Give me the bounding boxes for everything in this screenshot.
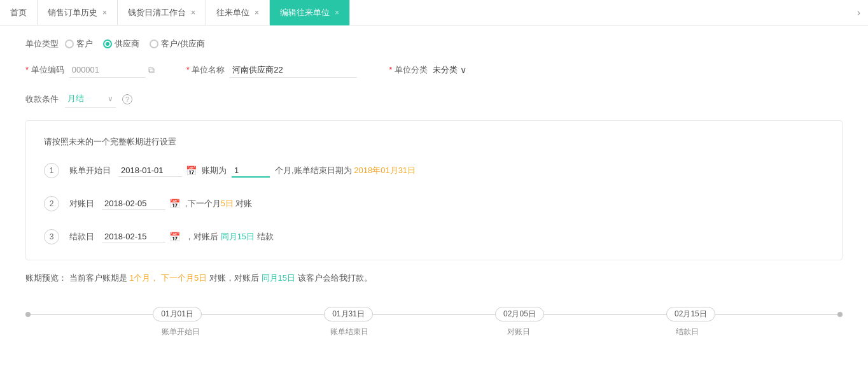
close-icon[interactable]: × xyxy=(102,8,107,17)
timeline-node-1-box: 01月01日 xyxy=(153,307,202,321)
timeline-container: 01月01日 01月31日 02月05日 02月15日 xyxy=(25,300,843,356)
timeline-node-1: 01月01日 xyxy=(153,307,202,321)
chevron-down-icon: ∨ xyxy=(108,94,113,103)
unit-name-input[interactable] xyxy=(230,62,357,78)
timeline-node-4-label: 结款日 xyxy=(676,327,699,337)
timeline: 01月01日 01月31日 02月05日 02月15日 xyxy=(25,307,843,321)
timeline-node-3: 02月05日 xyxy=(495,307,544,321)
radio-both[interactable]: 客户/供应商 xyxy=(150,38,205,50)
copy-icon[interactable]: ⧉ xyxy=(148,65,155,76)
radio-circle-supplier xyxy=(103,39,112,48)
timeline-label-1: 账单开始日 xyxy=(162,327,200,337)
preview-highlight-1: 1个月， xyxy=(129,273,158,283)
tab-cash-ledger[interactable]: 钱货日清工作台 × xyxy=(118,0,206,25)
unit-classify-label: 单位分类 xyxy=(389,64,428,76)
preview-label: 账期预览： xyxy=(25,273,67,283)
step-num-1: 1 xyxy=(44,163,59,178)
step-suffix-3: ，对账后 同月15日 结款 xyxy=(185,231,274,243)
preview-text: 账期预览： 当前客户账期是 1个月， 下一个月5日 对账，对账后 同月15日 该… xyxy=(25,271,843,285)
step-date-input-3[interactable] xyxy=(102,230,165,243)
close-icon[interactable]: × xyxy=(191,8,195,17)
radio-customer[interactable]: 客户 xyxy=(65,38,93,50)
payment-terms-select[interactable]: 月结 ∨ xyxy=(65,90,116,108)
calendar-icon[interactable]: 📅 xyxy=(186,165,197,176)
help-icon[interactable]: ? xyxy=(122,94,132,104)
calendar-icon[interactable]: 📅 xyxy=(169,232,180,242)
timeline-label-3: 对账日 xyxy=(500,327,538,337)
radio-label-supplier: 供应商 xyxy=(115,38,139,50)
step-date-input-1[interactable] xyxy=(118,164,182,177)
tab-cash-ledger-label: 钱货日清工作台 xyxy=(128,7,186,18)
unit-type-radio-group: 客户 供应商 客户/供应商 xyxy=(65,38,205,50)
step-num-3: 3 xyxy=(44,229,59,244)
tab-edit-partner-unit[interactable]: 编辑往来单位 × xyxy=(270,0,350,25)
unit-name-group: 单位名称 xyxy=(186,62,358,78)
preview-section: 账期预览： 当前客户账期是 1个月， 下一个月5日 对账，对账后 同月15日 该… xyxy=(25,271,843,356)
period-end-date: 2018年01月31日 xyxy=(354,165,416,175)
tab-sales-order-history-label: 销售订单历史 xyxy=(48,7,97,18)
period-num-input[interactable] xyxy=(232,164,270,178)
step-row-3: 3 结款日 📅 ，对账后 同月15日 结款 xyxy=(44,229,824,244)
radio-circle-customer xyxy=(65,39,74,48)
preview-text-2: 下一个月5日 xyxy=(161,273,207,283)
unit-name-input-wrap xyxy=(230,62,357,78)
unit-name-label: 单位名称 xyxy=(186,64,225,76)
unit-classify-select[interactable]: 未分类 ∨ xyxy=(433,64,528,76)
step-suffix-2-highlight: 5日 xyxy=(221,199,234,208)
main-content: 单位类型 客户 供应商 客户/供应商 单位编码 ⧉ 单位名 xyxy=(0,25,868,387)
timeline-dot-right xyxy=(837,312,843,317)
unit-type-row: 单位类型 客户 供应商 客户/供应商 xyxy=(25,38,843,50)
step-label-1: 账单开始日 xyxy=(69,165,111,176)
preview-text-1: 当前客户账期是 xyxy=(69,273,127,283)
timeline-node-4: 02月15日 xyxy=(666,307,715,321)
timeline-line xyxy=(25,314,843,315)
tab-partner-unit[interactable]: 往来单位 × xyxy=(206,0,270,25)
tabs-bar: 首页 销售订单历史 × 钱货日清工作台 × 往来单位 × 编辑往来单位 × › xyxy=(0,0,868,25)
step-period-unit: 个月,账单结束日期为 2018年01月31日 xyxy=(275,165,416,176)
step-suffix-3-highlight: 同月15日 xyxy=(221,232,255,241)
timeline-node-2: 01月31日 xyxy=(324,307,373,321)
unit-classify-value: 未分类 xyxy=(433,64,458,76)
timeline-labels: 账单开始日 账单结束日 对账日 结款日 xyxy=(25,327,843,337)
settings-panel: 请按照未来的一个完整帐期进行设置 1 账单开始日 📅 账期为 个月,账单结束日期… xyxy=(25,120,843,260)
payment-terms-label: 收款条件 xyxy=(25,94,59,105)
timeline-dot-left xyxy=(25,312,31,317)
radio-circle-both xyxy=(150,39,158,48)
preview-highlight-2: 同月15日 xyxy=(262,273,295,283)
close-icon[interactable]: × xyxy=(255,8,259,17)
timeline-label-4: 结款日 xyxy=(668,327,706,337)
timeline-node-4-box: 02月15日 xyxy=(666,307,715,321)
panel-title: 请按照未来的一个完整帐期进行设置 xyxy=(44,136,824,148)
payment-terms-row: 收款条件 月结 ∨ ? xyxy=(25,90,843,108)
tab-home-label: 首页 xyxy=(10,7,27,18)
preview-text-4: 该客户会给我打款。 xyxy=(298,273,372,283)
radio-label-both: 客户/供应商 xyxy=(161,38,205,50)
tab-edit-partner-unit-label: 编辑往来单位 xyxy=(280,7,330,18)
calendar-icon[interactable]: 📅 xyxy=(169,199,180,209)
tab-partner-unit-label: 往来单位 xyxy=(216,7,249,18)
unit-code-label: 单位编码 xyxy=(25,64,64,76)
step-row-1: 1 账单开始日 📅 账期为 个月,账单结束日期为 2018年01月31日 xyxy=(44,163,824,178)
step-date-input-2[interactable] xyxy=(102,197,165,210)
step-label-2: 对账日 xyxy=(69,198,94,209)
step-row-2: 2 对账日 📅 ,下一个月5日 对账 xyxy=(44,196,824,211)
preview-text-3: 对账，对账后 xyxy=(209,273,259,283)
unit-code-input-wrap: ⧉ xyxy=(69,62,155,78)
timeline-node-3-box: 02月05日 xyxy=(495,307,544,321)
tab-home[interactable]: 首页 xyxy=(0,0,38,25)
timeline-node-3-label: 对账日 xyxy=(507,327,530,337)
timeline-node-1-label: 账单开始日 xyxy=(162,327,200,337)
chevron-down-icon: ∨ xyxy=(460,65,466,75)
expand-icon[interactable]: › xyxy=(850,7,868,18)
payment-terms-value: 月结 xyxy=(67,93,105,104)
unit-code-input[interactable] xyxy=(69,62,146,78)
timeline-node-2-box: 01月31日 xyxy=(324,307,373,321)
radio-label-customer: 客户 xyxy=(76,38,93,50)
tab-sales-order-history[interactable]: 销售订单历史 × xyxy=(38,0,118,25)
unit-classify-group: 单位分类 未分类 ∨ xyxy=(389,64,528,76)
close-icon[interactable]: × xyxy=(335,8,339,17)
step-suffix-2: ,下一个月5日 对账 xyxy=(185,198,252,209)
unit-code-group: 单位编码 ⧉ xyxy=(25,62,155,78)
radio-supplier[interactable]: 供应商 xyxy=(103,38,139,50)
timeline-label-2: 账单结束日 xyxy=(330,327,368,337)
